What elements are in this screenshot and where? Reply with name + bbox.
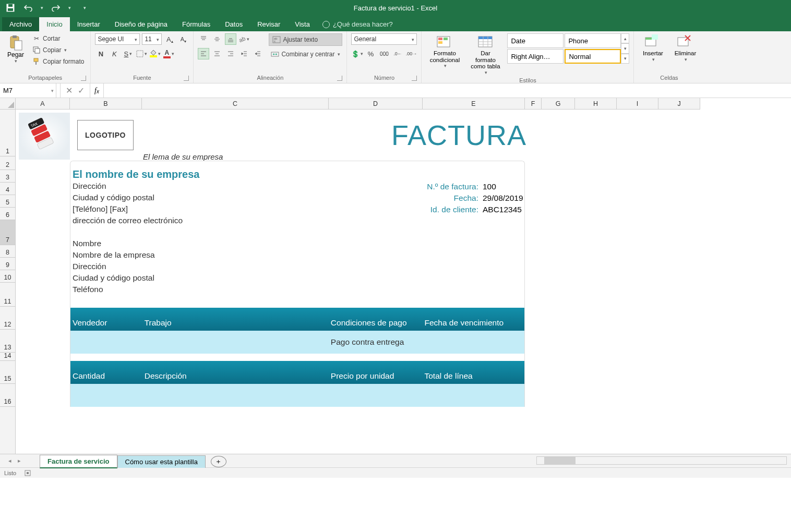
format-painter-button[interactable]: Copiar formato — [30, 56, 86, 67]
percent-button[interactable]: % — [365, 48, 376, 59]
font-name-combo[interactable]: Segoe UI — [95, 33, 140, 45]
row-header-13[interactable]: 13 — [0, 330, 15, 353]
tab-diseno[interactable]: Diseño de página — [107, 17, 175, 31]
save-icon[interactable] — [5, 3, 16, 13]
font-color-button[interactable]: A — [163, 48, 174, 59]
add-sheet-button[interactable]: ＋ — [211, 456, 226, 467]
tell-me-search[interactable]: ¿Qué desea hacer? — [317, 17, 398, 31]
styles-scrollbar[interactable]: ▴ ▾ ▾ — [621, 33, 629, 64]
comma-style-button[interactable]: 000 — [378, 48, 390, 59]
row-header-6[interactable]: 6 — [0, 208, 15, 220]
column-header-D[interactable]: D — [329, 98, 423, 109]
row-header-7[interactable]: 7 — [0, 220, 15, 245]
row-header-8[interactable]: 8 — [0, 245, 15, 258]
align-left-button[interactable] — [198, 48, 209, 59]
scroll-down-icon[interactable]: ▾ — [621, 43, 629, 53]
align-middle-button[interactable] — [211, 33, 223, 45]
dialog-launcher-icon[interactable] — [337, 76, 342, 81]
row-header-10[interactable]: 10 — [0, 270, 15, 283]
increase-indent-button[interactable] — [252, 48, 263, 59]
cancel-icon[interactable]: ✕ — [66, 86, 73, 95]
font-size-combo[interactable]: 11 — [142, 33, 162, 45]
delete-cells-button[interactable]: Eliminar — [670, 33, 700, 63]
redo-icon[interactable] — [51, 3, 61, 13]
bold-button[interactable]: N — [95, 48, 106, 59]
align-bottom-button[interactable] — [225, 33, 236, 45]
row-header-15[interactable]: 15 — [0, 361, 15, 384]
sheet-tab-active[interactable]: Factura de servicio — [40, 455, 117, 468]
column-header-E[interactable]: E — [423, 98, 525, 109]
styles-more-icon[interactable]: ▾ — [621, 54, 629, 64]
row-header-14[interactable]: 14 — [0, 353, 15, 361]
scroll-up-icon[interactable]: ▴ — [621, 33, 629, 43]
style-phone[interactable]: Phone — [565, 33, 621, 48]
row-header-12[interactable]: 12 — [0, 307, 15, 330]
tab-nav-prev[interactable]: ◂ — [5, 457, 15, 464]
row-header-16[interactable]: 16 — [0, 384, 15, 407]
select-all-corner[interactable] — [0, 98, 16, 110]
style-right-align[interactable]: Right Align… — [507, 49, 564, 64]
cells-area[interactable]: TAX LOGOTIPO El lema de su empresa FACTU… — [16, 110, 791, 454]
number-format-combo[interactable]: General — [351, 33, 417, 45]
decrease-font-button[interactable]: A▾ — [177, 33, 189, 45]
cell-styles-gallery[interactable]: Date Phone Right Align… Normal — [507, 33, 621, 64]
decrease-indent-button[interactable] — [238, 48, 250, 59]
fx-icon[interactable]: fx — [90, 83, 104, 98]
insert-cells-button[interactable]: Insertar — [638, 33, 667, 63]
tab-inicio[interactable]: Inicio — [39, 17, 69, 31]
merge-center-button[interactable]: Combinar y centrar — [269, 49, 342, 59]
column-header-G[interactable]: G — [542, 98, 575, 109]
copy-button[interactable]: Copiar — [30, 45, 86, 55]
increase-font-button[interactable]: A▴ — [164, 33, 175, 45]
column-header-I[interactable]: I — [617, 98, 658, 109]
orientation-button[interactable]: ab — [238, 33, 250, 45]
underline-button[interactable]: S — [122, 48, 134, 59]
row-header-4[interactable]: 4 — [0, 183, 15, 195]
row-header-11[interactable]: 11 — [0, 283, 15, 307]
format-as-table-button[interactable]: Dar formato como tabla — [466, 33, 504, 76]
name-box[interactable]: M7 ▾ — [0, 83, 56, 98]
align-right-button[interactable] — [225, 48, 236, 59]
tab-nav-next[interactable]: ▸ — [15, 457, 24, 464]
align-center-button[interactable] — [211, 48, 223, 59]
horizontal-scrollbar[interactable] — [536, 456, 787, 465]
increase-decimal-button[interactable]: .0← — [392, 48, 403, 59]
dialog-launcher-icon[interactable] — [412, 76, 417, 81]
align-top-button[interactable] — [198, 33, 209, 45]
formula-input[interactable] — [104, 83, 791, 98]
tab-vista[interactable]: Vista — [287, 17, 317, 31]
row-header-5[interactable]: 5 — [0, 195, 15, 208]
italic-button[interactable]: K — [109, 48, 120, 59]
qat-customize-icon[interactable]: ▾ — [83, 5, 86, 10]
tab-revisar[interactable]: Revisar — [250, 17, 287, 31]
column-header-J[interactable]: J — [658, 98, 700, 109]
row-header-1[interactable]: 1 — [0, 110, 15, 156]
row-header-2[interactable]: 2 — [0, 156, 15, 170]
undo-icon[interactable] — [23, 3, 33, 13]
style-normal[interactable]: Normal — [565, 49, 621, 64]
tab-formulas[interactable]: Fórmulas — [175, 17, 218, 31]
worksheet-grid[interactable]: 12345678910111213141516 TAX LOGOTIP — [0, 110, 791, 454]
tab-insertar[interactable]: Insertar — [70, 17, 107, 31]
row-header-3[interactable]: 3 — [0, 170, 15, 183]
row-header-9[interactable]: 9 — [0, 258, 15, 270]
conditional-formatting-button[interactable]: Formato condicional — [426, 33, 463, 69]
accounting-format-button[interactable]: 💲 — [351, 48, 363, 59]
redo-dropdown-icon[interactable]: ▾ — [68, 5, 71, 10]
tab-file[interactable]: Archivo — [2, 17, 39, 31]
column-header-H[interactable]: H — [575, 98, 617, 109]
column-header-B[interactable]: B — [70, 98, 142, 109]
dialog-launcher-icon[interactable] — [184, 76, 189, 81]
wrap-text-button[interactable]: abc Ajustar texto — [269, 33, 342, 46]
column-header-A[interactable]: A — [16, 98, 70, 109]
cut-button[interactable]: ✂ Cortar — [30, 33, 86, 44]
dialog-launcher-icon[interactable] — [81, 76, 86, 81]
style-date[interactable]: Date — [507, 33, 564, 48]
undo-dropdown-icon[interactable]: ▾ — [41, 5, 43, 10]
decrease-decimal-button[interactable]: .00→ — [405, 48, 417, 59]
column-header-C[interactable]: C — [142, 98, 329, 109]
enter-icon[interactable]: ✓ — [78, 86, 85, 95]
sheet-tab-other[interactable]: Cómo usar esta plantilla — [117, 455, 206, 468]
macro-record-icon[interactable] — [23, 469, 32, 477]
borders-button[interactable] — [136, 48, 147, 59]
